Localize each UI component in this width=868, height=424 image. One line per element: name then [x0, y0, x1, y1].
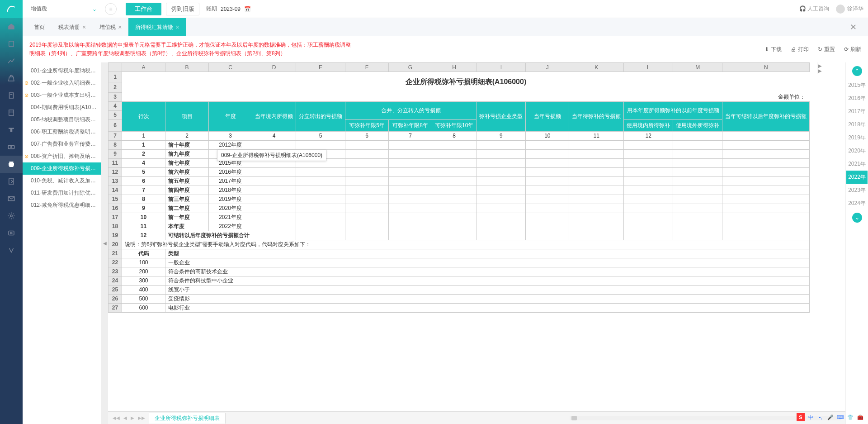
nav-clipboard-icon[interactable] [0, 87, 23, 104]
cell[interactable] [722, 158, 810, 167]
cell[interactable] [722, 186, 810, 195]
cell[interactable] [569, 176, 624, 186]
cell[interactable] [673, 149, 722, 158]
cell[interactable] [345, 158, 389, 167]
col-header[interactable]: E [296, 63, 345, 72]
cell[interactable] [624, 176, 673, 186]
col-header[interactable]: K [569, 63, 624, 72]
cell[interactable] [526, 195, 569, 204]
close-all-tabs[interactable]: ✕ [843, 22, 863, 32]
cell[interactable] [345, 186, 389, 195]
tree-item[interactable]: 006-职工薪酬纳税调整明细… [23, 126, 101, 138]
ime-skin-icon[interactable]: 👕 [846, 413, 854, 421]
cell[interactable] [432, 222, 476, 231]
cell[interactable] [389, 176, 432, 186]
cell[interactable] [526, 149, 569, 158]
sheet-tab[interactable]: 企业所得税弥补亏损明细表 [149, 413, 226, 424]
year-item[interactable]: 2015年 [846, 79, 868, 92]
cell[interactable] [345, 204, 389, 213]
collapse-tree-handle[interactable]: ◀ [102, 62, 108, 424]
cell[interactable] [476, 176, 526, 186]
cell[interactable] [432, 186, 476, 195]
cell[interactable] [526, 222, 569, 231]
cell[interactable] [296, 204, 345, 213]
cell[interactable] [252, 186, 296, 195]
cell[interactable] [673, 167, 722, 176]
year-item[interactable]: 2016年 [846, 92, 868, 105]
cell[interactable] [389, 222, 432, 231]
ime-toolbox-icon[interactable]: 🧰 [856, 413, 864, 421]
cell[interactable] [476, 204, 526, 213]
col-header[interactable]: J [526, 63, 569, 72]
col-header[interactable]: C [209, 63, 252, 72]
cell[interactable] [476, 231, 526, 240]
cell[interactable] [722, 167, 810, 176]
nav-video-icon[interactable] [0, 224, 23, 242]
sheet-first-icon[interactable]: ◀◀ [113, 415, 120, 420]
cell[interactable] [722, 231, 810, 240]
tree-item[interactable]: ⊘008-资产折旧、摊销及纳税… [23, 150, 101, 162]
tab-增值税[interactable]: 增值税× [93, 18, 128, 36]
cell[interactable] [252, 140, 296, 149]
cell[interactable] [526, 158, 569, 167]
cell[interactable] [722, 204, 810, 213]
year-item[interactable]: 2018年 [846, 118, 868, 131]
cell[interactable] [624, 231, 673, 240]
cell[interactable] [476, 140, 526, 149]
tree-item[interactable]: 009-企业所得税弥补亏损明… [23, 162, 101, 175]
sheet-last-icon[interactable]: ▶▶ [138, 415, 145, 420]
switch-old-button[interactable]: 切到旧版 [166, 3, 199, 15]
cell[interactable] [569, 222, 624, 231]
workspace-button[interactable]: 工作台 [126, 3, 161, 15]
cell[interactable] [624, 140, 673, 149]
reset-button[interactable]: ↻ 重置 [818, 46, 835, 53]
tree-item[interactable]: ⊘002-一般企业收入明细表(A1… [23, 77, 101, 89]
cell[interactable] [432, 195, 476, 204]
cell[interactable] [722, 213, 810, 222]
ime-lang[interactable]: 中 [807, 413, 815, 421]
cell[interactable] [624, 222, 673, 231]
col-header[interactable]: L [624, 63, 673, 72]
cell[interactable] [569, 213, 624, 222]
cell[interactable] [569, 204, 624, 213]
ime-punct-icon[interactable]: •, [816, 413, 825, 421]
ime-keyboard-icon[interactable]: ⌨ [836, 413, 844, 421]
cell[interactable] [432, 213, 476, 222]
cell[interactable] [673, 195, 722, 204]
cell[interactable] [476, 186, 526, 195]
tree-item[interactable]: 005-纳税调整项目明细表(A1… [23, 114, 101, 126]
cell[interactable] [673, 140, 722, 149]
sheet-grid[interactable]: ABCDEFGHIJKLMN1企业所得税弥补亏损明细表(A106000)23金额… [108, 62, 845, 411]
nav-doc-icon[interactable] [0, 35, 23, 52]
col-header[interactable]: D [252, 63, 296, 72]
cell[interactable] [296, 222, 345, 231]
col-header[interactable]: G [389, 63, 432, 72]
cell[interactable] [673, 213, 722, 222]
cell[interactable] [252, 231, 296, 240]
col-header[interactable]: M [673, 63, 722, 72]
tree-item[interactable]: 012-减免所得税优惠明细表(… [23, 199, 101, 211]
cell[interactable] [624, 204, 673, 213]
cell[interactable] [569, 158, 624, 167]
cell[interactable] [432, 167, 476, 176]
nav-gear-icon[interactable] [0, 207, 23, 224]
cell[interactable] [252, 176, 296, 186]
cell[interactable] [296, 195, 345, 204]
cell[interactable] [476, 149, 526, 158]
nav-mail-icon[interactable] [0, 190, 23, 207]
nav-bag-icon[interactable] [0, 70, 23, 87]
tree-item[interactable]: ⊘003-一般企业成本支出明细… [23, 89, 101, 101]
tab-所得税汇算清缴[interactable]: 所得税汇算清缴× [128, 18, 186, 36]
cell[interactable] [252, 204, 296, 213]
cell[interactable] [569, 186, 624, 195]
nav-home-icon[interactable] [0, 18, 23, 35]
cell[interactable] [345, 222, 389, 231]
tab-首页[interactable]: 首页 [27, 18, 52, 36]
col-header[interactable]: B [165, 63, 209, 72]
cell[interactable] [389, 186, 432, 195]
cell[interactable] [432, 149, 476, 158]
calendar-icon[interactable]: 📅 [244, 6, 251, 12]
cell[interactable] [722, 176, 810, 186]
cell[interactable] [526, 176, 569, 186]
cell[interactable] [389, 204, 432, 213]
